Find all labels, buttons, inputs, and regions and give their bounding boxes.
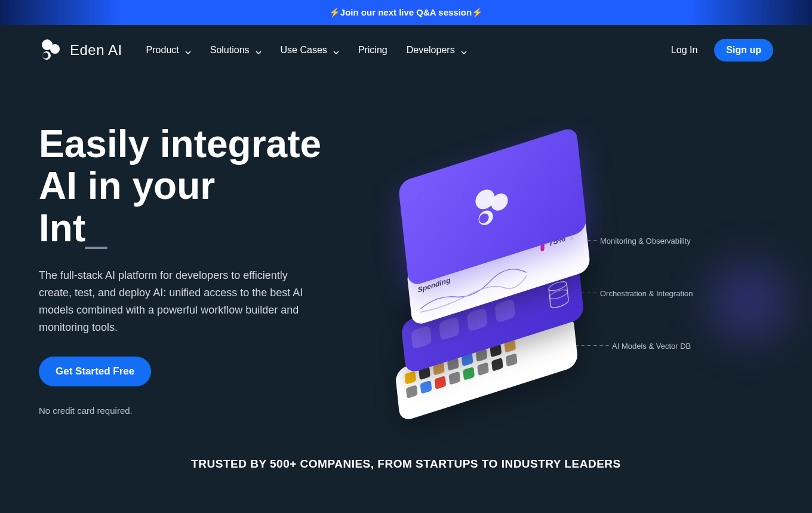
nav-label: Solutions	[210, 45, 250, 56]
model-icon	[420, 380, 432, 394]
nav-label: Use Cases	[281, 45, 327, 56]
chevron-down-icon	[461, 47, 467, 53]
workflow-icon	[411, 325, 432, 349]
hero-left: Easily integrate AI in your Int_ The ful…	[39, 123, 325, 422]
trusted-text: TRUSTED BY 500+ COMPANIES, FROM STARTUPS…	[191, 457, 621, 470]
typed-cursor: _	[85, 207, 107, 250]
hero-description: The full-stack AI platform for developer…	[39, 267, 313, 336]
announcement-bar[interactable]: ⚡Join our next live Q&A session⚡	[0, 0, 812, 25]
get-started-button[interactable]: Get Started Free	[39, 357, 151, 386]
no-credit-note: No credit card required.	[39, 406, 325, 416]
stack-container: $910 Spending 75%	[361, 141, 696, 428]
model-icon	[406, 385, 418, 398]
logo-text: Eden AI	[70, 42, 122, 59]
chevron-down-icon	[333, 47, 339, 53]
nav-item-pricing[interactable]: Pricing	[358, 45, 387, 56]
model-icon	[506, 353, 518, 367]
nav-menu: Product Solutions Use Cases Pricing	[146, 45, 467, 56]
title-typed: Int	[39, 207, 85, 250]
nav-label: Developers	[407, 45, 455, 56]
model-icon	[404, 371, 416, 385]
hero-illustration: $910 Spending 75%	[349, 123, 773, 422]
glow-effect	[690, 242, 809, 362]
layer-label-monitoring: Monitoring & Observability	[600, 236, 691, 245]
nav-item-developers[interactable]: Developers	[407, 45, 467, 56]
workflow-icon	[467, 308, 488, 332]
layer-label-models: AI Models & Vector DB	[612, 342, 691, 351]
model-icon	[463, 367, 475, 380]
chevron-down-icon	[256, 47, 262, 53]
title-line-2: AI in your	[39, 164, 215, 207]
hero-title: Easily integrate AI in your Int_	[39, 123, 325, 249]
nav-item-product[interactable]: Product	[146, 45, 191, 56]
nav-item-usecases[interactable]: Use Cases	[281, 45, 339, 56]
nav-item-solutions[interactable]: Solutions	[210, 45, 262, 56]
logo[interactable]: Eden AI	[39, 38, 122, 62]
login-link[interactable]: Log In	[671, 45, 697, 56]
workflow-icon	[439, 316, 460, 340]
nav-label: Pricing	[358, 45, 387, 56]
chevron-down-icon	[185, 47, 191, 53]
main-header: Eden AI Product Solutions Use Cases	[0, 25, 812, 75]
trusted-section: TRUSTED BY 500+ COMPANIES, FROM STARTUPS…	[0, 422, 812, 471]
card-logo-icon	[470, 180, 516, 234]
nav-label: Product	[146, 45, 179, 56]
model-icon	[435, 376, 447, 389]
announcement-text: ⚡Join our next live Q&A session⚡	[329, 7, 483, 18]
svg-point-3	[42, 53, 48, 59]
layer-label-orchestration: Orchestration & Integration	[600, 289, 693, 298]
hero-section: Easily integrate AI in your Int_ The ful…	[0, 75, 812, 422]
model-icon	[477, 362, 489, 376]
logo-icon	[39, 38, 63, 62]
nav-left: Eden AI Product Solutions Use Cases	[39, 38, 467, 62]
signup-button[interactable]: Sign up	[714, 39, 773, 62]
title-line-1: Easily integrate	[39, 122, 321, 165]
nav-right: Log In Sign up	[671, 39, 773, 62]
svg-point-1	[50, 44, 60, 54]
workflow-icon	[494, 299, 515, 323]
database-icon	[547, 278, 571, 311]
model-icon	[448, 371, 460, 385]
model-icon	[491, 358, 503, 371]
